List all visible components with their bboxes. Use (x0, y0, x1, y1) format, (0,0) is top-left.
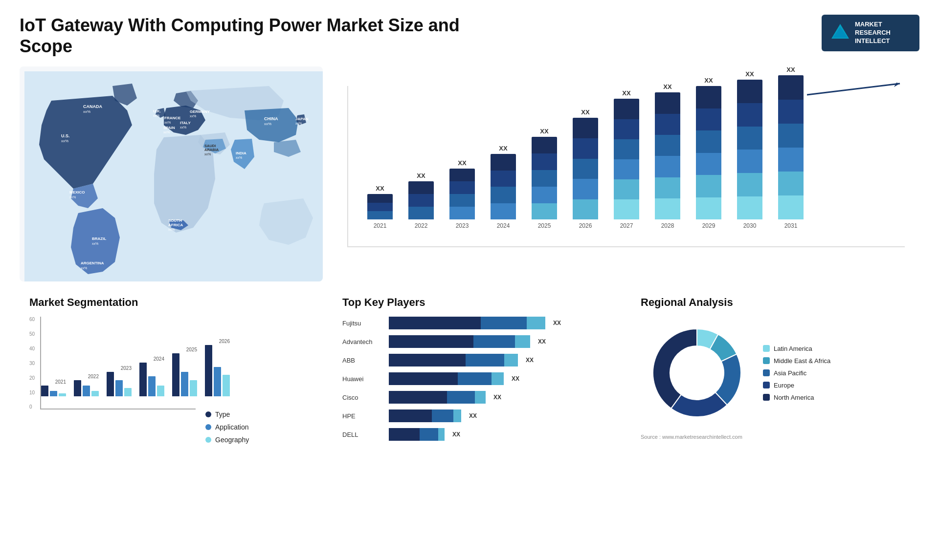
player-bar-seg (492, 372, 504, 385)
bar-segment (655, 198, 680, 219)
player-row: HuaweiXX (342, 372, 611, 385)
bar-xx-label: XX (417, 172, 425, 179)
svg-text:xx%: xx% (190, 114, 196, 118)
header: IoT Gateway With Computing Power Market … (20, 15, 919, 57)
player-bar-seg (432, 409, 453, 422)
donut-chart (641, 317, 753, 429)
bar-segment (449, 207, 475, 219)
player-bar-seg (458, 372, 492, 385)
regional-legend: Latin AmericaMiddle East & AfricaAsia Pa… (763, 345, 830, 401)
seg-bar (205, 345, 212, 396)
bar-year-label: 2025 (538, 222, 551, 229)
svg-text:BRAZIL: BRAZIL (92, 237, 106, 241)
seg-bar (172, 353, 179, 396)
players-title: Top Key Players (342, 296, 611, 309)
logo-text: MARKET RESEARCH INTELLECT (855, 21, 891, 45)
player-xx-label: XX (512, 375, 519, 382)
bar-segment (778, 148, 804, 172)
bar-segment (449, 169, 475, 181)
player-row: CiscoXX (342, 391, 611, 404)
reg-legend-dot (763, 382, 770, 388)
svg-text:xx%: xx% (295, 122, 302, 125)
bar-segment (408, 181, 434, 194)
bottom-row: Market Segmentation 0102030405060 202120… (20, 291, 919, 449)
bar-segment (532, 187, 557, 203)
bar-segment (449, 194, 475, 207)
svg-text:CANADA: CANADA (83, 104, 102, 109)
bar-segment (367, 194, 393, 202)
bar-segment (614, 179, 639, 199)
player-bar-seg (389, 428, 420, 441)
seg-bar (124, 388, 132, 396)
player-xx-label: XX (493, 394, 501, 401)
bar-year-label: 2026 (579, 222, 592, 229)
stacked-bar (573, 118, 598, 219)
bar-xx-label: XX (704, 77, 713, 84)
seg-year-label: 2023 (121, 366, 132, 371)
bar-group: XX2022 (404, 172, 438, 229)
bar-chart-wrapper: XX2021XX2022XX2023XX2024XX2025XX2026XX20… (347, 86, 905, 247)
player-bar-container (389, 428, 445, 441)
bar-segment (655, 92, 680, 113)
bar-segment (778, 172, 804, 195)
bar-xx-label: XX (622, 89, 630, 97)
seg-legend-item: Application (205, 423, 249, 431)
bar-xx-label: XX (786, 66, 795, 73)
seg-bar-group (172, 353, 197, 396)
seg-year-group: 2026 (205, 337, 230, 396)
svg-text:JAPAN: JAPAN (295, 117, 309, 121)
player-bar-container (389, 372, 504, 385)
seg-chart-wrapper: 0102030405060 202120222023202420252026 T… (29, 317, 313, 444)
stacked-bar (532, 137, 557, 219)
seg-year-group: 2023 (107, 364, 132, 396)
seg-bars: 202120222023202420252026 (40, 317, 196, 409)
seg-bar (115, 380, 123, 396)
bar-year-label: 2030 (743, 222, 757, 229)
seg-year-label: 2026 (219, 339, 230, 344)
seg-legend-item: Type (205, 410, 249, 418)
svg-text:xx%: xx% (164, 121, 171, 124)
seg-legend-label: Type (215, 410, 230, 418)
bar-segment (408, 207, 434, 219)
bar-segment (532, 153, 557, 170)
reg-legend-label: Latin America (774, 345, 812, 352)
stacked-bar (778, 75, 804, 219)
svg-text:SPAIN: SPAIN (163, 126, 175, 130)
seg-chart-area: 0102030405060 202120222023202420252026 (29, 317, 196, 444)
reg-legend-label: Asia Pacific (774, 369, 806, 377)
page-title: IoT Gateway With Computing Power Market … (20, 15, 460, 57)
seg-legend-dot (205, 437, 211, 443)
player-row: HPEXX (342, 409, 611, 422)
bar-group: XX2029 (692, 77, 726, 229)
seg-bar (59, 393, 66, 396)
bar-segment (737, 150, 762, 173)
bar-xx-label: XX (745, 70, 754, 78)
bar-segment (737, 103, 762, 127)
player-row: AdvantechXX (342, 335, 611, 348)
bar-xx-label: XX (663, 83, 671, 90)
segmentation-section: Market Segmentation 0102030405060 202120… (20, 291, 323, 449)
bar-segment (573, 179, 598, 199)
bar-segment (778, 124, 804, 148)
seg-bar (139, 363, 147, 396)
bar-xx-label: XX (540, 128, 548, 135)
seg-legend-item: Geography (205, 436, 249, 444)
seg-bar (190, 380, 197, 396)
player-bar-seg (389, 391, 447, 404)
bar-xx-label: XX (581, 108, 589, 116)
bar-group: XX2027 (609, 89, 644, 229)
bar-segment (573, 199, 598, 220)
seg-year-group: 2024 (139, 354, 164, 396)
seg-bar-group (205, 345, 230, 396)
bars-container: XX2021XX2022XX2023XX2024XX2025XX2026XX20… (347, 86, 905, 247)
bar-year-label: 2021 (374, 222, 387, 229)
player-bar-container (389, 317, 545, 329)
svg-text:FRANCE: FRANCE (164, 116, 181, 120)
logo-icon (830, 23, 850, 43)
player-xx-label: XX (452, 431, 460, 438)
seg-bar (83, 386, 90, 396)
bar-segment (696, 108, 721, 131)
player-name: ABB (342, 357, 384, 364)
svg-text:xx%: xx% (204, 152, 211, 156)
seg-bar (223, 375, 230, 396)
